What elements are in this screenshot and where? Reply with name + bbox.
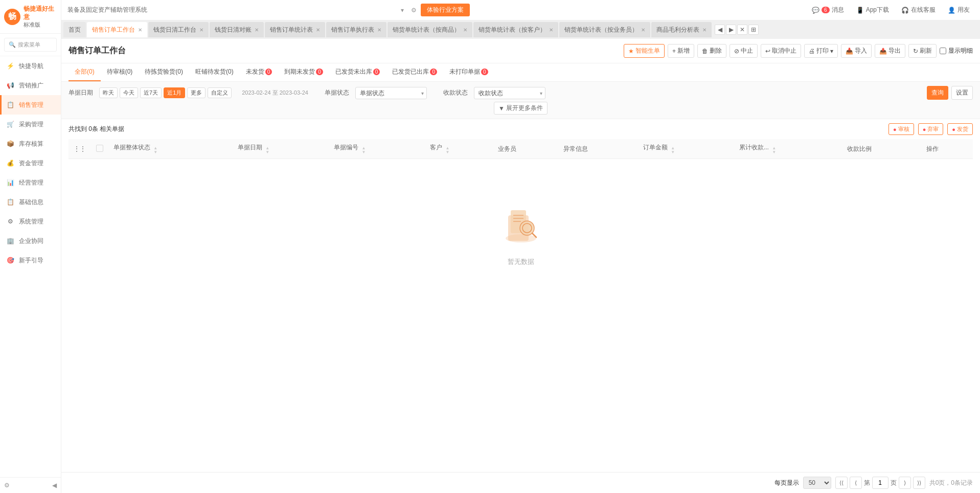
tab-close-all-btn[interactable]: ✕ xyxy=(737,25,747,35)
tab-next-btn[interactable]: ▶ xyxy=(726,25,736,35)
th-ops-label: 操作 xyxy=(926,145,939,152)
sub-tab-shipped-out[interactable]: 已发货已出库0 xyxy=(386,63,443,81)
date-btn-today[interactable]: 今天 xyxy=(120,87,138,98)
header-row: ⋮⋮ 单据整体状态 ▲▼ 单据日期 ▲▼ xyxy=(69,139,973,159)
sidebar-item-marketing[interactable]: 📢 营销推广 xyxy=(0,76,61,95)
sidebar-item-sales[interactable]: 📋 销售管理 xyxy=(0,95,61,115)
settings-header-icon[interactable]: ⚙ xyxy=(411,7,417,14)
tab-expand-btn[interactable]: ⊞ xyxy=(748,25,759,35)
page-input[interactable] xyxy=(872,477,888,489)
user-btn[interactable]: 👤 用友 xyxy=(944,4,974,16)
date-btn-1month[interactable]: 近1月 xyxy=(164,87,185,98)
tab-close-icon[interactable]: ✕ xyxy=(255,27,259,33)
refresh-btn[interactable]: ↻ 刷新 xyxy=(908,44,937,58)
expand-more-btn[interactable]: ▼ 展开更多条件 xyxy=(494,102,548,115)
sub-tab-all[interactable]: 全部(0) xyxy=(69,63,101,81)
status-select[interactable]: 单据状态 xyxy=(355,87,427,99)
tab-close-icon[interactable]: ✕ xyxy=(138,27,142,33)
sidebar-item-system[interactable]: ⚙ 系统管理 xyxy=(0,212,61,231)
sidebar-item-inventory[interactable]: 📦 库存核算 xyxy=(0,134,61,153)
table-area: 共找到 0条 相关单据 ● 审核 ● 弃审 xyxy=(61,119,980,472)
date-btn-custom[interactable]: 自定义 xyxy=(208,87,232,98)
tab-cash-reconcile[interactable]: 钱货日清对账 ✕ xyxy=(210,22,264,37)
cancel-stop-btn[interactable]: ↩ 取消中止 xyxy=(761,44,801,58)
tab-sales-exec[interactable]: 销售订单执行表 ✕ xyxy=(326,22,386,37)
tab-cash-daily[interactable]: 钱货日清工作台 ✕ xyxy=(148,22,209,37)
approve-btn[interactable]: ● 审核 xyxy=(888,123,914,135)
show-detail-label: 显示明细 xyxy=(948,47,973,55)
sort-customer-icon[interactable]: ▲▼ xyxy=(445,146,449,154)
app-download-btn[interactable]: 📱 App下载 xyxy=(852,4,893,16)
date-btn-more[interactable]: 更多 xyxy=(187,87,206,98)
show-detail-checkbox[interactable]: 显示明细 xyxy=(940,47,973,55)
tab-close-icon[interactable]: ✕ xyxy=(549,27,553,33)
tab-sales-stats[interactable]: 销售订单统计表 ✕ xyxy=(265,22,325,37)
sidebar-item-guide[interactable]: 🎯 新手引导 xyxy=(0,251,61,270)
th-check[interactable] xyxy=(91,139,108,159)
tab-sales-summary-customer[interactable]: 销货单统计表（按客户） ✕ xyxy=(473,22,558,37)
tab-close-icon[interactable]: ✕ xyxy=(199,27,203,33)
tab-prev-btn[interactable]: ◀ xyxy=(715,25,725,35)
page-first-btn[interactable]: ⟨⟨ xyxy=(835,477,848,489)
import-btn[interactable]: 📥 导入 xyxy=(841,44,872,58)
sidebar-item-basic[interactable]: 📋 基础信息 xyxy=(0,192,61,212)
sidebar-item-purchase[interactable]: 🛒 采购管理 xyxy=(0,115,61,134)
page-next-btn[interactable]: ⟩ xyxy=(899,477,911,489)
set-btn[interactable]: 设置 xyxy=(951,86,973,100)
sort-date-icon[interactable]: ▲▼ xyxy=(265,146,269,154)
experience-btn[interactable]: 体验行业方案 xyxy=(421,4,470,16)
sub-tab-pending-inspect[interactable]: 待拣货验货(0) xyxy=(139,63,189,81)
logo-text: 畅捷通好生意 标准版 xyxy=(24,5,57,28)
shipped-out-badge: 0 xyxy=(430,69,437,75)
tab-close-icon[interactable]: ✕ xyxy=(641,27,645,33)
show-detail-input[interactable] xyxy=(940,48,946,54)
page-size-select[interactable]: 10 20 50 100 xyxy=(803,477,831,489)
sidebar-item-ops[interactable]: 📊 经营管理 xyxy=(0,173,61,192)
payment-select[interactable]: 收款状态 xyxy=(474,87,545,99)
tab-margin-analysis[interactable]: 商品毛利分析表 ✕ xyxy=(651,22,712,37)
settings-icon[interactable]: ⚙ xyxy=(4,482,10,489)
sort-collected-icon[interactable]: ▲▼ xyxy=(772,146,776,154)
tab-home[interactable]: 首页 xyxy=(63,22,86,37)
tab-close-icon[interactable]: ✕ xyxy=(463,27,467,33)
sub-tab-shipped-not-out[interactable]: 已发货未出库0 xyxy=(329,63,386,81)
smart-create-btn[interactable]: ★ 智能生单 xyxy=(624,44,665,58)
tab-close-icon[interactable]: ✕ xyxy=(377,27,381,33)
sort-status-icon[interactable]: ▲▼ xyxy=(153,146,157,154)
sub-tab-wangpu-ship[interactable]: 旺铺待发货(0) xyxy=(189,63,240,81)
dropdown-arrow-icon[interactable]: ▾ xyxy=(401,7,404,14)
print-btn[interactable]: 🖨 打印 ▾ xyxy=(804,44,838,58)
collapse-icon[interactable]: ◀ xyxy=(52,482,57,489)
tab-sales-workbench[interactable]: 销售订单工作台 ✕ xyxy=(87,22,147,37)
stop-btn[interactable]: ⊘ 中止 xyxy=(730,44,758,58)
sub-tab-pending-review[interactable]: 待审核(0) xyxy=(101,63,139,81)
tab-sales-summary-product[interactable]: 销货单统计表（按商品） ✕ xyxy=(388,22,472,37)
sort-amount-icon[interactable]: ▲▼ xyxy=(671,146,675,154)
delete-btn[interactable]: 🗑 删除 xyxy=(697,44,726,58)
tab-close-icon[interactable]: ✕ xyxy=(316,27,320,33)
th-status: 单据整体状态 ▲▼ xyxy=(108,139,233,159)
online-service-btn[interactable]: 🎧 在线客服 xyxy=(897,4,940,16)
system-label: 系统管理 xyxy=(19,217,43,226)
tab-close-icon[interactable]: ✕ xyxy=(702,27,706,33)
add-btn[interactable]: + 新增 xyxy=(668,44,694,58)
export-btn[interactable]: 📤 导出 xyxy=(875,44,905,58)
search-btn[interactable]: 查询 xyxy=(927,86,948,100)
sub-tab-overdue[interactable]: 到期未发货0 xyxy=(278,63,329,81)
check-all-checkbox[interactable] xyxy=(96,145,103,152)
ship-btn[interactable]: ● 发货 xyxy=(947,123,973,135)
page-last-btn[interactable]: ⟩⟩ xyxy=(913,477,925,489)
sub-tab-not-shipped[interactable]: 未发货0 xyxy=(240,63,279,81)
date-btn-7days[interactable]: 近7天 xyxy=(140,87,162,98)
sort-number-icon[interactable]: ▲▼ xyxy=(361,146,366,154)
sub-tab-not-printed[interactable]: 未打印单据0 xyxy=(443,63,494,81)
search-button[interactable]: 🔍 搜索菜单 xyxy=(4,38,57,52)
reject-btn[interactable]: ● 弃审 xyxy=(918,123,944,135)
sidebar-item-finance[interactable]: 💰 资金管理 xyxy=(0,153,61,173)
sidebar-item-quick-nav[interactable]: ⚡ 快捷导航 xyxy=(0,56,61,76)
sidebar-item-collab[interactable]: 🏢 企业协同 xyxy=(0,231,61,251)
tab-sales-summary-staff[interactable]: 销货单统计表（按业务员） ✕ xyxy=(559,22,650,37)
date-btn-yesterday[interactable]: 昨天 xyxy=(99,87,118,98)
page-prev-btn[interactable]: ⟨ xyxy=(850,477,862,489)
message-btn[interactable]: 💬 6 消息 xyxy=(808,4,848,16)
